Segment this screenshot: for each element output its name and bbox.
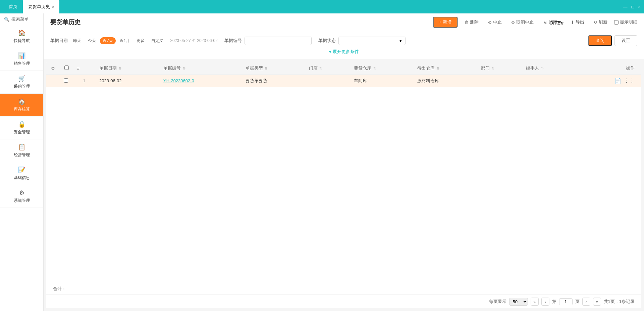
tab-home-label: 首页 (9, 4, 17, 10)
content-area: 要货单历史 + 新增 🗑 删除 ⊘ 中止 ⊘ 取消中止 🖨 打印 (44, 13, 644, 311)
date-btn-1month[interactable]: 近1月 (117, 37, 133, 44)
table-row: 1 2023-06-02 YH-20230602-0 要货单要货 车间库 原材料… (46, 75, 641, 87)
status-filter-group: 单据状态 ▾ (318, 37, 406, 45)
status-label: 单据状态 (318, 38, 336, 44)
date-btn-today[interactable]: 今天 (85, 37, 99, 44)
sidebar-item-purchase[interactable]: 🛒 采购管理 (0, 71, 43, 94)
row-checkbox[interactable] (64, 78, 68, 83)
page-jump-label: 第 (552, 299, 556, 305)
last-page-btn[interactable]: » (593, 298, 601, 306)
col-bill-type[interactable]: 单据类型 ⇅ (241, 62, 305, 75)
table-wrap: ⚙ # 单据日期 ⇅ 单据编号 ⇅ 单据类型 ⇅ 门店 ⇅ 要货仓库 ⇅ 待出仓… (46, 62, 641, 283)
date-filter-group: 单据日期 昨天 今天 近7天 近1月 更多 自定义 2023-05-27 至 2… (50, 37, 218, 44)
settings-button[interactable]: 设置 (614, 35, 637, 46)
prev-page-btn[interactable]: ‹ (541, 298, 549, 306)
page-input[interactable] (559, 298, 573, 305)
date-btn-7days[interactable]: 近7天 (100, 37, 116, 44)
page-label: 页 (575, 299, 580, 305)
expand-more-row: ▾ 展开更多条件 (50, 49, 637, 55)
page-size-select[interactable]: 50 10 20 100 (509, 298, 528, 306)
refresh-button[interactable]: ↻ 刷新 (591, 18, 610, 27)
maximize-btn[interactable]: □ (632, 4, 634, 9)
query-button[interactable]: 查询 (588, 35, 612, 46)
cancel-stop-button[interactable]: ⊘ 取消中止 (508, 18, 536, 27)
col-bill-no[interactable]: 单据编号 ⇅ (159, 62, 241, 75)
edit-icon[interactable]: 📄 (614, 78, 621, 84)
cell-handler (522, 75, 576, 87)
sort-icon-bill-no: ⇅ (183, 66, 185, 70)
table-header-row: ⚙ # 单据日期 ⇅ 单据编号 ⇅ 单据类型 ⇅ 门店 ⇅ 要货仓库 ⇅ 待出仓… (46, 62, 641, 75)
export-icon: ⬇ (571, 20, 574, 25)
first-page-btn[interactable]: « (531, 298, 539, 306)
sidebar-item-label: 销售管理 (14, 61, 30, 66)
total-label: 合计： (53, 286, 66, 291)
cancel-stop-label: 取消中止 (516, 19, 534, 25)
more-icon[interactable]: ⋮⋮ (624, 78, 635, 84)
date-range-text: 2023-05-27 至 2023-06-02 (170, 38, 217, 44)
bill-no-input[interactable] (245, 37, 312, 45)
select-all-checkbox[interactable] (64, 65, 69, 70)
search-icon: 🔍 (4, 17, 9, 22)
minimize-btn[interactable]: — (623, 4, 628, 9)
sidebar-item-basic[interactable]: 📝 基础信息 (0, 162, 43, 185)
sidebar-item-sales[interactable]: 📊 销售管理 (0, 48, 43, 71)
col-req-warehouse[interactable]: 要货仓库 ⇅ (350, 62, 413, 75)
system-icon: ⚙ (19, 189, 24, 196)
col-handler[interactable]: 经手人 ⇅ (522, 62, 576, 75)
cancel-stop-icon: ⊘ (511, 20, 515, 25)
inventory-icon: 🏠 (18, 98, 25, 105)
export-button[interactable]: ⬇ 导出 (568, 18, 587, 27)
cell-store (305, 75, 350, 87)
sidebar-item-quick-nav[interactable]: 🏠 快捷导航 (0, 25, 43, 48)
tab-active[interactable]: 要货单历史 × (23, 0, 59, 13)
cell-index: 1 (73, 75, 95, 87)
date-btn-yesterday[interactable]: 昨天 (70, 37, 84, 44)
stop-button[interactable]: ⊘ 中止 (485, 18, 504, 27)
close-icon[interactable]: × (52, 5, 54, 9)
cell-pending-warehouse: 原材料仓库 (413, 75, 477, 87)
sidebar-item-system[interactable]: ⚙ 系统管理 (0, 185, 43, 208)
sidebar-search[interactable]: 🔍 搜索菜单 (0, 13, 43, 25)
operations-icon: 📋 (18, 143, 25, 151)
display-detail-toggle[interactable]: 显示明细 (614, 19, 637, 25)
refresh-label: 刷新 (599, 19, 607, 25)
display-detail-checkbox[interactable] (614, 20, 619, 25)
status-select[interactable]: ▾ (338, 37, 406, 45)
export-label: 导出 (576, 19, 584, 25)
bill-no-link[interactable]: YH-20230602-0 (163, 78, 194, 83)
sidebar-item-operations[interactable]: 📋 经营管理 (0, 139, 43, 162)
data-table: ⚙ # 单据日期 ⇅ 单据编号 ⇅ 单据类型 ⇅ 门店 ⇅ 要货仓库 ⇅ 待出仓… (46, 62, 641, 87)
next-page-btn[interactable]: › (582, 298, 590, 306)
window-close-btn[interactable]: × (638, 4, 641, 9)
display-detail-label: 显示明细 (620, 19, 637, 25)
date-btn-more[interactable]: 更多 (134, 37, 147, 44)
tab-home[interactable]: 首页 (3, 0, 23, 13)
sidebar-item-inventory[interactable]: 🏠 库存核算 (0, 94, 43, 117)
stop-label: 中止 (493, 19, 502, 25)
sidebar-item-label: 采购管理 (14, 84, 30, 89)
filter-row: 单据日期 昨天 今天 近7天 近1月 更多 自定义 2023-05-27 至 2… (50, 35, 637, 46)
sidebar-item-finance[interactable]: 🔒 资金管理 (0, 117, 43, 139)
date-btn-custom[interactable]: 自定义 (149, 37, 166, 44)
col-pending-warehouse[interactable]: 待出仓库 ⇅ (413, 62, 477, 75)
refresh-icon: ↻ (594, 20, 597, 25)
page-title: 要货单历史 (50, 18, 80, 26)
cell-checkbox (60, 75, 73, 87)
delete-icon: 🗑 (464, 20, 469, 25)
cell-bill-type: 要货单要货 (241, 75, 305, 87)
sidebar-item-label: 经营管理 (14, 152, 30, 158)
col-dept[interactable]: 部门 ⇅ (477, 62, 522, 75)
sort-icon-req-warehouse: ⇅ (373, 66, 376, 70)
col-date[interactable]: 单据日期 ⇅ (95, 62, 159, 75)
add-button[interactable]: + 新增 (433, 17, 458, 28)
filter-bar: 单据日期 昨天 今天 近7天 近1月 更多 自定义 2023-05-27 至 2… (44, 31, 644, 59)
sort-icon-date: ⇅ (119, 66, 121, 70)
delete-button[interactable]: 🗑 删除 (462, 18, 481, 27)
col-gear[interactable]: ⚙ (46, 62, 60, 75)
sidebar: 🔍 搜索菜单 🏠 快捷导航 📊 销售管理 🛒 采购管理 🏠 库存核算 🔒 资金管… (0, 13, 44, 311)
delete-label: 删除 (470, 19, 479, 25)
date-filter-label: 单据日期 (50, 38, 68, 44)
col-store[interactable]: 门店 ⇅ (305, 62, 350, 75)
sales-icon: 📊 (18, 52, 25, 59)
expand-more-btn[interactable]: ▾ 展开更多条件 (329, 49, 359, 55)
